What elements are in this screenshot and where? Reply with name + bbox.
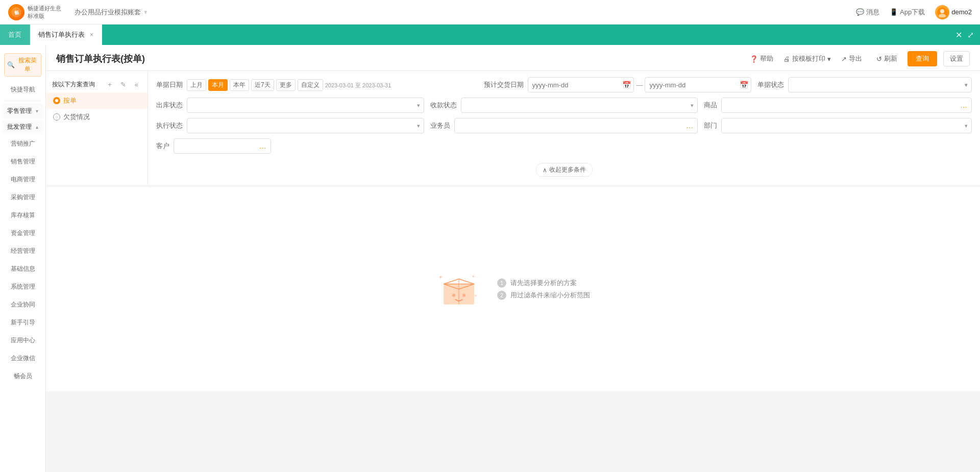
tab-home[interactable]: 首页	[0, 25, 30, 45]
print-icon: 🖨	[783, 55, 790, 63]
salesman-dots-button[interactable]: …	[686, 122, 693, 130]
status-select[interactable]	[788, 77, 972, 92]
sidebar-item-inventory[interactable]: 库存核算	[2, 207, 43, 224]
scheme-item-by-order[interactable]: 按单	[46, 92, 148, 109]
customer-label: 客户	[156, 141, 169, 151]
main-layout: 🔍 搜索菜单 快捷导航 零售管理 ▾ 批发管理 ▴ 营销推广 销售管理 电商管理…	[0, 45, 980, 472]
collect-status-select[interactable]	[461, 98, 698, 113]
scheme-by-order-label: 按单	[63, 96, 77, 105]
date-field: 单据日期 上月 本月 本年 近7天 更多 自定义 2023-03-01 至 20…	[156, 79, 478, 91]
dept-label: 部门	[704, 121, 717, 130]
sidebar-item-enterprise-wechat[interactable]: 企业微信	[2, 350, 43, 367]
exec-status-select[interactable]	[187, 118, 424, 133]
tab-sales-order[interactable]: 销售订单执行表 ×	[30, 25, 102, 45]
print-button[interactable]: 🖨 按模板打印 ▾	[783, 54, 831, 63]
customer-dots-button[interactable]: …	[259, 142, 266, 150]
filter-row-2: 出库状态 收款状态	[156, 98, 972, 113]
scheme-item-shortage[interactable]: ○ 欠货情况	[46, 109, 148, 125]
retail-label: 零售管理	[7, 107, 32, 115]
goods-field: 商品 …	[704, 98, 972, 113]
exec-status-label: 执行状态	[156, 121, 183, 130]
sidebar-item-wholesale[interactable]: 批发管理 ▴	[2, 120, 43, 134]
sidebar-item-retail[interactable]: 零售管理 ▾	[2, 104, 43, 119]
help-icon: ❓	[750, 55, 758, 63]
breadcrumb: 办公用品行业模拟账套 ▾	[75, 8, 148, 17]
print-dropdown-icon: ▾	[827, 55, 831, 63]
calendar-start-icon[interactable]: 📅	[622, 81, 631, 89]
svg-point-9	[462, 294, 465, 297]
help-button[interactable]: ❓ 帮助	[746, 52, 777, 65]
scheme-add-button[interactable]: +	[105, 79, 115, 89]
this-year-button[interactable]: 本年	[230, 79, 249, 91]
sidebar-item-operations[interactable]: 经营管理	[2, 243, 43, 259]
calendar-end-icon[interactable]: 📅	[740, 81, 748, 89]
member-label: 畅会员	[14, 372, 32, 381]
wholesale-label: 批发管理	[7, 123, 32, 131]
last-month-button[interactable]: 上月	[187, 79, 206, 91]
add-icon: +	[108, 81, 112, 88]
marketing-label: 营销推广	[11, 139, 35, 148]
breadcrumb-arrow-icon: ▾	[144, 8, 148, 16]
more-date-button[interactable]: 更多	[276, 79, 296, 91]
message-action[interactable]: 💬 消息	[856, 8, 879, 17]
more-expand-area: ∧ 收起更多条件	[156, 159, 972, 179]
refresh-icon: ↺	[876, 55, 882, 63]
page-header: 销售订单执行表(按单) ❓ 帮助 🖨 按模板打印 ▾ ↗ 导出 ↺ 刷新	[46, 45, 980, 71]
filter-form: 单据日期 上月 本月 本年 近7天 更多 自定义 2023-03-01 至 20…	[148, 71, 980, 185]
this-month-button[interactable]: 本月	[208, 79, 228, 91]
customer-field: 客户 …	[156, 138, 271, 154]
scheme-dot-inner	[55, 99, 58, 102]
sidebar-item-purchase[interactable]: 采购管理	[2, 189, 43, 206]
logo-icon: 畅	[8, 4, 24, 20]
out-status-select[interactable]	[187, 98, 424, 113]
search-menu-button[interactable]: 🔍 搜索菜单	[4, 53, 41, 77]
enterprise-collab-label: 企业协同	[11, 300, 35, 309]
settings-button[interactable]: 设置	[943, 51, 970, 66]
status-field: 单据状态 ▾	[757, 77, 972, 92]
sales-label: 销售管理	[11, 157, 35, 166]
sidebar-item-quick-nav[interactable]: 快捷导航	[2, 81, 43, 98]
close-window-button[interactable]: ✕	[955, 30, 962, 40]
sidebar-item-app-center[interactable]: 应用中心	[2, 332, 43, 349]
sidebar-item-member[interactable]: 畅会员	[2, 368, 43, 385]
sidebar-item-enterprise-collab[interactable]: 企业协同	[2, 296, 43, 313]
basic-info-label: 基础信息	[11, 265, 35, 273]
custom-date-button[interactable]: 自定义	[298, 79, 323, 91]
date-separator: —	[636, 81, 643, 89]
sidebar-item-finance[interactable]: 资金管理	[2, 225, 43, 242]
search-label: 搜索菜单	[16, 56, 38, 74]
out-status-field: 出库状态	[156, 98, 424, 113]
wholesale-collapse-icon: ▴	[36, 124, 38, 130]
sidebar-item-ecommerce[interactable]: 电商管理	[2, 171, 43, 188]
newbie-guide-label: 新手引导	[11, 318, 35, 327]
scheme-collapse-button[interactable]: «	[131, 79, 141, 89]
system-label: 系统管理	[11, 282, 35, 291]
predict-date-end-input[interactable]	[645, 77, 751, 92]
sidebar-item-sales[interactable]: 销售管理	[2, 153, 43, 170]
predict-date-start-input[interactable]	[528, 77, 634, 92]
collapse-more-button[interactable]: ∧ 收起更多条件	[536, 163, 593, 177]
app-download-action[interactable]: 📱 App下载	[890, 8, 925, 17]
expand-window-button[interactable]: ⤢	[967, 30, 974, 40]
refresh-button[interactable]: ↺ 刷新	[872, 52, 901, 65]
app-download-label: App下载	[900, 8, 925, 17]
filter-row-4: 客户 …	[156, 138, 972, 154]
export-button[interactable]: ↗ 导出	[837, 52, 866, 65]
close-tab-icon[interactable]: ×	[90, 31, 93, 38]
sidebar-item-newbie-guide[interactable]: 新手引导	[2, 314, 43, 331]
user-action[interactable]: demo2	[935, 5, 972, 19]
last7-button[interactable]: 近7天	[251, 79, 274, 91]
svg-text:畅: 畅	[14, 10, 19, 15]
dept-select[interactable]	[721, 118, 972, 133]
message-icon: 💬	[856, 8, 864, 16]
page-actions: ❓ 帮助 🖨 按模板打印 ▾ ↗ 导出 ↺ 刷新 查询	[746, 51, 970, 66]
main-content: ✦ ✦ ★ 1 请先选择要分析的方案 2 用过滤条件来缩小分析范围	[46, 187, 980, 391]
goods-dots-button[interactable]: …	[960, 101, 967, 109]
sidebar-item-system[interactable]: 系统管理	[2, 278, 43, 295]
empty-tips: 1 请先选择要分析的方案 2 用过滤条件来缩小分析范围	[497, 278, 590, 300]
sidebar-item-marketing[interactable]: 营销推广	[2, 135, 43, 152]
query-button[interactable]: 查询	[908, 51, 937, 66]
sidebar-item-basic-info[interactable]: 基础信息	[2, 261, 43, 277]
scheme-edit-button[interactable]: ✎	[118, 79, 128, 89]
settings-label: 设置	[950, 54, 963, 63]
